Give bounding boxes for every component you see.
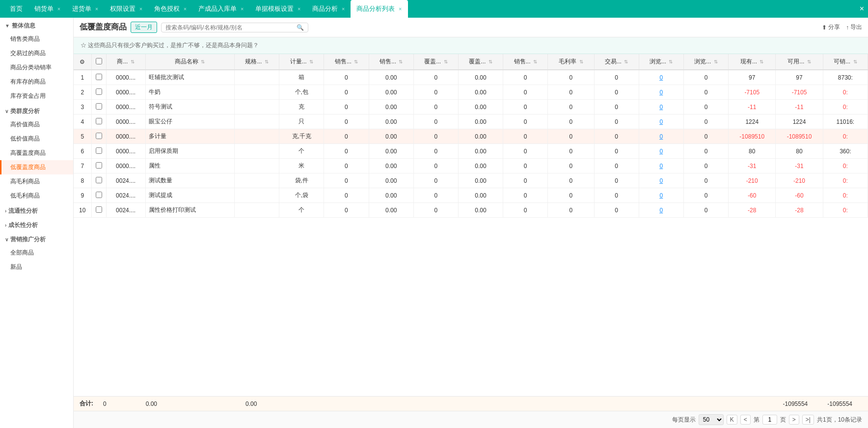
table-row: 2 0000.... 牛奶 个,包 0 0.00 0 0.00 0 0 0 0 … [74,85,868,100]
sidebar-item-new-goods[interactable]: 新品 [0,260,73,274]
nav-tab-analysis[interactable]: 商品分析 × [306,0,351,18]
row-select-checkbox[interactable] [96,206,102,213]
prev-page-button[interactable]: < [740,415,751,425]
sidebar-item-traded-goods[interactable]: 交易过的商品 [0,46,73,60]
col-sales-amt[interactable]: 销售... ⇅ [369,54,413,70]
sidebar-group-marketing[interactable]: ∨ 营销推广分析 [0,231,73,246]
col-current-stock[interactable]: 现有... ⇅ [729,54,776,70]
col-sales3[interactable]: 销售... ⇅ [503,54,548,70]
close-sales-tab[interactable]: × [57,6,60,12]
sidebar-group-growth[interactable]: › 成长性分析 [0,217,73,231]
sidebar-group-circulation[interactable]: › 流通性分析 [0,203,73,217]
nav-tab-roles[interactable]: 角色授权 × [148,0,192,18]
row-browse1[interactable]: 0 [639,129,683,144]
close-analysis-list-tab[interactable]: × [399,6,402,12]
close-template-tab[interactable]: × [298,6,300,12]
sidebar-item-category-rate[interactable]: 商品分类动销率 [0,60,73,75]
row-browse1[interactable]: 0 [639,70,683,85]
nav-tab-home[interactable]: 首页 [4,0,28,18]
sidebar-item-all-goods[interactable]: 全部商品 [0,246,73,260]
sidebar-item-high-coverage[interactable]: 高覆盖度商品 [0,146,73,160]
row-browse1[interactable]: 0 [639,114,683,129]
sidebar-item-sales-goods[interactable]: 销售类商品 [0,32,73,46]
row-unit: 米 [279,159,324,173]
page-size-select[interactable]: 50 10 20 100 [699,414,724,425]
search-icon[interactable]: 🔍 [297,24,304,31]
row-select-checkbox[interactable] [96,103,102,110]
row-browse1[interactable]: 0 [639,159,683,173]
row-checkbox[interactable] [91,173,106,188]
col-usable-stock[interactable]: 可用... ⇅ [776,54,823,70]
sidebar-item-high-margin[interactable]: 高毛利商品 [0,174,73,189]
page-number-input[interactable] [762,415,777,425]
row-browse1[interactable]: 0 [639,100,683,114]
next-page-button[interactable]: > [789,415,799,425]
nav-tab-template[interactable]: 单据模板设置 × [249,0,306,18]
col-trans[interactable]: 交易... ⇅ [594,54,639,70]
sidebar-group-general[interactable]: ▼ 整体信息 [0,18,73,32]
row-checkbox[interactable] [91,203,106,218]
col-cover1[interactable]: 覆盖... ⇅ [413,54,458,70]
last-page-button[interactable]: >| [802,415,814,425]
row-select-checkbox[interactable] [96,118,102,124]
row-checkbox[interactable] [91,85,106,100]
col-spec[interactable]: 规格... ⇅ [234,54,279,70]
sidebar-item-low-coverage[interactable]: 低覆盖度商品 [0,160,73,174]
row-browse1[interactable]: 0 [639,203,683,218]
table-footer: 合计: 0 0.00 0.00 -1095554 -1095554 每页显示 5… [74,396,868,428]
close-permissions-tab[interactable]: × [139,6,142,12]
row-browse1[interactable]: 0 [639,144,683,159]
row-checkbox[interactable] [91,144,106,159]
close-roles-tab[interactable]: × [184,6,187,12]
row-select-checkbox[interactable] [96,88,102,95]
sidebar-group-cluster[interactable]: ∨ 类群度分析 [0,103,73,117]
close-analysis-tab[interactable]: × [342,6,345,12]
row-select-checkbox[interactable] [96,162,102,169]
nav-tab-sales[interactable]: 销货单 × [28,0,66,18]
row-select-checkbox[interactable] [96,133,102,139]
select-all-checkbox[interactable] [96,58,102,64]
share-button[interactable]: ⬆ 分享 [822,23,840,31]
col-margin[interactable]: 毛利率 ⇅ [548,54,594,70]
col-cover2[interactable]: 覆盖... ⇅ [458,54,503,70]
row-checkbox[interactable] [91,70,106,85]
export-button[interactable]: ↑ 导出 [846,23,862,31]
row-browse1[interactable]: 0 [639,173,683,188]
sidebar-item-low-margin[interactable]: 低毛利商品 [0,189,73,203]
first-page-button[interactable]: K [727,415,737,425]
nav-tab-purchase[interactable]: 进货单 × [66,0,104,18]
col-code[interactable]: 商... ⇅ [106,54,145,70]
row-select-checkbox[interactable] [96,74,102,80]
close-purchase-tab[interactable]: × [95,6,98,12]
sidebar-item-low-value[interactable]: 低价值商品 [0,132,73,146]
row-select-checkbox[interactable] [96,147,102,154]
col-browse1[interactable]: 浏览... ⇅ [639,54,683,70]
close-production-tab[interactable]: × [241,6,244,12]
col-browse2[interactable]: 浏览... ⇅ [683,54,728,70]
nav-tab-permissions[interactable]: 权限设置 × [104,0,148,18]
time-filter-button[interactable]: 近一月 [131,22,157,33]
row-checkbox[interactable] [91,188,106,203]
row-num: 2 [74,85,91,100]
sidebar-item-stock-capital[interactable]: 库存资金占用 [0,89,73,103]
col-name[interactable]: 商品名称 ⇅ [145,54,234,70]
nav-tab-production[interactable]: 产成品入库单 × [192,0,249,18]
close-all-tabs[interactable]: × [860,4,864,13]
search-input[interactable] [165,24,297,31]
row-checkbox[interactable] [91,159,106,173]
col-saleable[interactable]: 可销... ⇅ [823,54,868,70]
row-select-checkbox[interactable] [96,177,102,183]
row-checkbox[interactable] [91,100,106,114]
nav-tab-analysis-list[interactable]: 商品分析列表 × [351,0,407,18]
row-browse1[interactable]: 0 [639,85,683,100]
sidebar-item-stock-goods[interactable]: 有库存的商品 [0,75,73,89]
col-settings[interactable]: ⚙ [74,54,91,70]
col-unit[interactable]: 计量... ⇅ [279,54,324,70]
row-browse1[interactable]: 0 [639,188,683,203]
sidebar-item-high-value[interactable]: 高价值商品 [0,117,73,132]
col-sales-qty[interactable]: 销售... ⇅ [324,54,369,70]
row-checkbox[interactable] [91,114,106,129]
row-select-checkbox[interactable] [96,192,102,198]
sidebar-group-general-label: 整体信息 [12,22,35,30]
row-checkbox[interactable] [91,129,106,144]
